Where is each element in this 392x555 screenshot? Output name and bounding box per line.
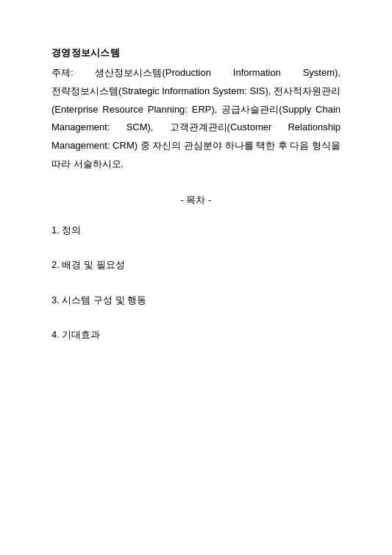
- subject-body: 생산정보시스템(Production Information System), …: [51, 67, 341, 169]
- subject-line: 주제: 생산정보시스템(Production Information Syste…: [51, 64, 341, 173]
- section-title: 경영정보시스템: [51, 44, 341, 61]
- toc-item-3: 3. 시스템 구성 및 행동: [51, 291, 341, 308]
- page-container: 경영정보시스템 주제: 생산정보시스템(Production Informati…: [0, 0, 392, 405]
- toc-item-4: 4. 기대효과: [51, 326, 341, 343]
- toc-item-1: 1. 정의: [51, 222, 341, 238]
- toc-item-2: 2. 배경 및 필요성: [51, 256, 341, 273]
- toc-title: - 목차 -: [51, 191, 341, 208]
- subject-label: 주제:: [51, 67, 95, 78]
